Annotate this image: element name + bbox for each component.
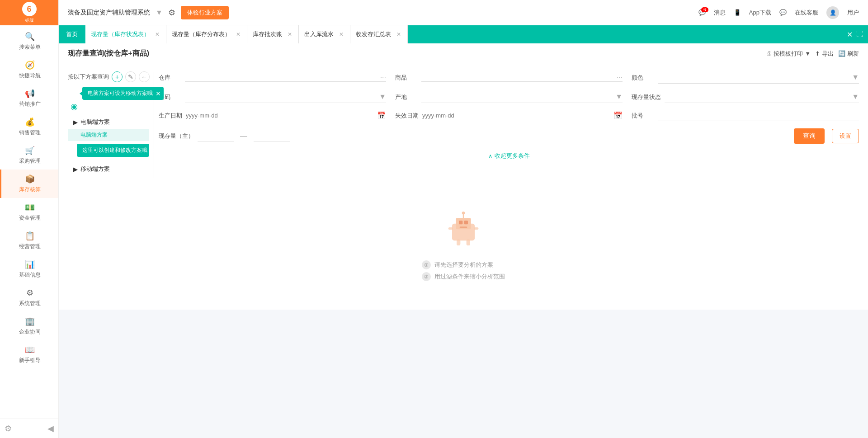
tab-label: 出入库流水: [304, 30, 334, 38]
print-label: 按模板打印: [774, 50, 803, 58]
origin-select[interactable]: ▼: [421, 91, 623, 103]
size-select[interactable]: ▼: [185, 91, 386, 103]
production-date-calendar-icon[interactable]: 📅: [377, 111, 386, 120]
inventory-status-select[interactable]: ▼: [665, 91, 859, 103]
tab-inventory-dist[interactable]: 现存量（库存分布表） ✕: [166, 25, 247, 43]
add-scheme-icon[interactable]: +: [112, 71, 123, 82]
chevron-down-icon: ▶: [73, 119, 78, 126]
tab-home[interactable]: 首页: [59, 25, 85, 43]
message-icon-area[interactable]: 💬 6: [698, 9, 706, 16]
sidebar-item-guide[interactable]: 📖 新手引导: [0, 340, 58, 369]
mobile-scheme-title[interactable]: ▶ 移动端方案: [68, 162, 149, 176]
production-date-textinput[interactable]: [186, 112, 377, 119]
tab-close-icon[interactable]: ✕: [154, 31, 160, 38]
range-separator: —: [237, 132, 250, 140]
quick-nav-icon: 🧭: [25, 60, 35, 70]
tab-label: 收发存汇总表: [356, 30, 391, 38]
tab-inventory-status[interactable]: 现存量（库存状况表） ✕: [85, 25, 166, 43]
expiry-date-textinput[interactable]: [422, 112, 613, 119]
tab-bar: 首页 现存量（库存状况表） ✕ 现存量（库存分布表） ✕ 库存批次账 ✕ 出入库…: [59, 25, 868, 43]
product-field: 商品 ···: [395, 71, 623, 84]
size-input[interactable]: [185, 94, 379, 100]
tab-close-icon[interactable]: ✕: [287, 31, 293, 38]
origin-input[interactable]: [421, 94, 615, 100]
sidebar-item-purchase[interactable]: 🛒 采购管理: [0, 141, 58, 170]
header-settings-icon[interactable]: ⚙: [168, 8, 175, 18]
sidebar-item-label: 资金管理: [19, 214, 41, 222]
tab-receive-summary[interactable]: 收发存汇总表 ✕: [350, 25, 408, 43]
tab-batch-inventory[interactable]: 库存批次账 ✕: [247, 25, 299, 43]
expiry-date-input[interactable]: 📅: [422, 111, 623, 120]
sidebar-item-label: 经营管理: [19, 243, 41, 250]
inventory-max-input[interactable]: [254, 131, 290, 141]
sidebar-bottom: ⚙ ◀: [0, 419, 58, 438]
maximize-icon[interactable]: ⛶: [856, 30, 863, 38]
warehouse-dots[interactable]: ···: [185, 73, 386, 81]
sidebar-item-marketing[interactable]: 📢 营销推广: [0, 84, 58, 113]
scheme-item-desktop[interactable]: 电脑端方案: [68, 129, 149, 141]
tab-label: 现存量（库存状况表）: [91, 30, 150, 38]
sidebar-item-quick-nav[interactable]: 🧭 快捷导航: [0, 56, 58, 84]
close-all-tabs-icon[interactable]: ✕: [847, 30, 853, 39]
sidebar-item-label: 采购管理: [19, 157, 41, 165]
warehouse-field: 仓库 ···: [159, 71, 386, 84]
sidebar-item-label: 系统管理: [19, 300, 41, 307]
inventory-min-input[interactable]: [198, 131, 234, 141]
product-dots[interactable]: ···: [421, 73, 623, 81]
expiry-date-calendar-icon[interactable]: 📅: [613, 111, 623, 120]
sidebar-item-basic-info[interactable]: 📊 基础信息: [0, 255, 58, 283]
online-support-label[interactable]: 在线客服: [795, 9, 818, 17]
filter-row-4: 现存量（主） — 查询 设置: [159, 128, 859, 144]
warehouse-select: ···: [185, 73, 386, 82]
app-download-label[interactable]: App下载: [749, 9, 771, 17]
collapse-sidebar-icon[interactable]: ◀: [47, 424, 54, 433]
print-button[interactable]: 🖨 按模板打印 ▼: [766, 50, 811, 58]
edit-scheme-icon[interactable]: ✎: [125, 71, 136, 82]
svg-rect-10: [467, 240, 470, 245]
sidebar-item-label: 基础信息: [19, 271, 41, 279]
settings-bottom-icon[interactable]: ⚙: [5, 424, 12, 433]
logo-icon: 6: [22, 2, 37, 16]
origin-label: 产地: [395, 93, 418, 101]
sidebar-item-enterprise[interactable]: 🏢 企业协同: [0, 312, 58, 340]
scheme-tooltip-close[interactable]: ✕: [156, 90, 161, 97]
refresh-button[interactable]: 🔄 刷新: [838, 50, 859, 58]
sidebar-item-system[interactable]: ⚙ 系统管理: [0, 283, 58, 312]
product-label: 商品: [395, 74, 418, 82]
inventory-status-input[interactable]: [665, 94, 852, 100]
export-button[interactable]: ⬆ 导出: [815, 50, 834, 58]
origin-field: 产地 ▼: [395, 91, 623, 103]
desktop-scheme-title[interactable]: ▶ 电脑端方案: [68, 115, 149, 129]
scheme-edit-tooltip-close[interactable]: ✕: [150, 147, 156, 154]
export-icon: ⬆: [815, 50, 820, 57]
sidebar-item-operations[interactable]: 📋 经营管理: [0, 226, 58, 255]
user-label[interactable]: 用户: [847, 9, 859, 17]
sidebar-item-search-menu[interactable]: 🔍 搜索菜单: [0, 27, 58, 56]
tab-close-icon[interactable]: ✕: [235, 31, 241, 38]
expiry-date-field: 失效日期 📅: [395, 110, 623, 121]
production-date-input[interactable]: 📅: [186, 111, 386, 120]
arrow-left-icon[interactable]: ←: [139, 71, 150, 82]
tab-close-icon[interactable]: ✕: [338, 31, 344, 38]
batch-input[interactable]: [658, 110, 859, 121]
color-input[interactable]: [658, 74, 852, 81]
color-select[interactable]: ▼: [658, 71, 859, 84]
sidebar-item-label: 营销推广: [19, 100, 41, 108]
tab-in-out-flow[interactable]: 出入库流水 ✕: [299, 25, 350, 43]
page-title: 现存量查询(按仓库+商品): [68, 49, 149, 58]
mobile-scheme-label: 移动端方案: [80, 165, 110, 173]
trial-button[interactable]: 体验行业方案: [181, 6, 229, 19]
tab-close-icon[interactable]: ✕: [396, 31, 402, 38]
scheme-tooltip-text: 电脑方案可设为移动方案哦: [88, 89, 153, 97]
avatar[interactable]: 👤: [826, 6, 839, 19]
sidebar-item-finance[interactable]: 💵 资金管理: [0, 198, 58, 226]
sidebar-item-sales[interactable]: 💰 销售管理: [0, 113, 58, 141]
search-button[interactable]: 查询: [794, 128, 825, 144]
svg-point-6: [462, 212, 465, 215]
sidebar-item-inventory[interactable]: 📦 库存核算: [0, 170, 58, 198]
filter-row-2: 尺码 ▼ 产地 ▼: [159, 91, 859, 103]
message-label[interactable]: 消息: [714, 9, 726, 17]
purchase-icon: 🛒: [25, 146, 35, 155]
reset-button[interactable]: 设置: [832, 129, 859, 143]
collapse-button[interactable]: ∧ 收起更多条件: [159, 148, 859, 164]
